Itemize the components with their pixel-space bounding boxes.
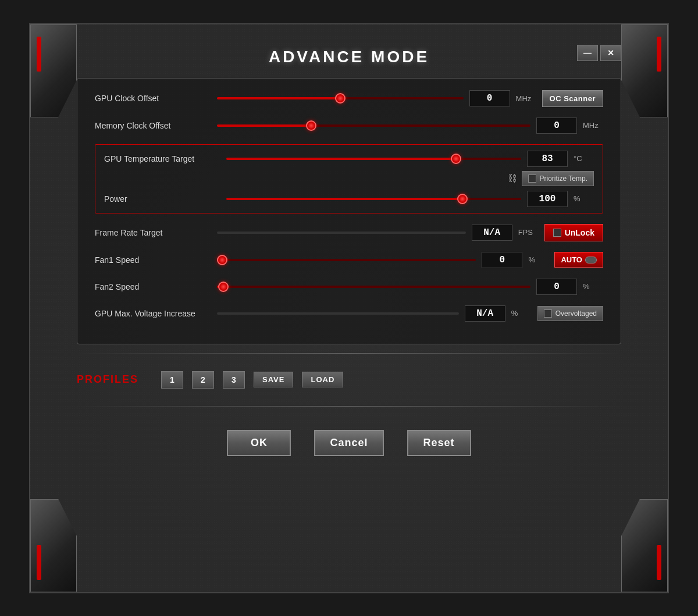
fan1-unit: % bbox=[528, 255, 549, 264]
overvoltaged-label: Overvoltaged bbox=[555, 309, 597, 318]
fan2-unit: % bbox=[583, 282, 603, 291]
profiles-section: PROFILES 1 2 3 SAVE LOAD bbox=[77, 362, 621, 397]
gpu-clock-slider[interactable] bbox=[217, 92, 464, 104]
load-button[interactable]: LOAD bbox=[302, 372, 343, 387]
gpu-voltage-row: GPU Max. Voltage Increase N/A % Overvolt… bbox=[95, 305, 603, 322]
gpu-voltage-unit: % bbox=[511, 309, 532, 318]
memory-clock-unit: MHz bbox=[583, 121, 603, 130]
gpu-voltage-value: N/A bbox=[465, 305, 505, 322]
frame-rate-unit: FPS bbox=[518, 228, 539, 237]
memory-clock-slider[interactable] bbox=[217, 120, 530, 131]
save-button[interactable]: SAVE bbox=[254, 372, 293, 387]
corner-decoration-bl bbox=[30, 499, 77, 592]
overvoltaged-checkbox bbox=[544, 309, 552, 318]
gpu-clock-unit: MHz bbox=[516, 94, 536, 103]
fan1-label: Fan1 Speed bbox=[95, 255, 211, 265]
gpu-clock-value[interactable]: 0 bbox=[469, 90, 510, 106]
bottom-divider bbox=[77, 406, 621, 407]
unlock-checkbox bbox=[553, 229, 561, 237]
prioritize-temp-label: Prioritize Temp. bbox=[540, 175, 587, 183]
gpu-clock-label: GPU Clock Offset bbox=[95, 94, 211, 103]
ok-button[interactable]: OK bbox=[227, 430, 291, 456]
profile-2-label: 2 bbox=[201, 375, 205, 384]
grouped-temp-power: GPU Temperature Target 83 °C ⛓ bbox=[95, 144, 603, 213]
profile-2-button[interactable]: 2 bbox=[192, 371, 214, 389]
fan2-row: Fan2 Speed 0 % bbox=[95, 279, 603, 295]
app-window: ADVANCE MODE — ✕ GPU Clock Offset 0 MHz bbox=[29, 23, 669, 593]
gpu-temp-label: GPU Temperature Target bbox=[104, 154, 220, 163]
corner-decoration-br bbox=[621, 499, 668, 592]
frame-rate-row: Frame Rate Target N/A FPS UnLock bbox=[95, 224, 603, 241]
power-value[interactable]: 100 bbox=[527, 191, 568, 207]
prioritize-temp-row: ⛓ Prioritize Temp. bbox=[104, 171, 594, 186]
power-row: Power 100 % bbox=[104, 191, 594, 207]
power-slider[interactable] bbox=[226, 193, 521, 205]
window-title: ADVANCE MODE bbox=[269, 48, 429, 66]
prioritize-temp-checkbox bbox=[528, 175, 536, 183]
controls-area: GPU Clock Offset 0 MHz OC Scanner Memory… bbox=[77, 78, 621, 344]
power-label: Power bbox=[104, 194, 220, 204]
unlock-label: UnLock bbox=[565, 228, 594, 237]
minimize-button[interactable]: — bbox=[577, 45, 598, 61]
gpu-voltage-slider[interactable] bbox=[217, 308, 459, 319]
gpu-temp-slider[interactable] bbox=[226, 153, 521, 165]
overvoltaged-button[interactable]: Overvoltaged bbox=[537, 306, 603, 321]
link-icon: ⛓ bbox=[508, 173, 517, 184]
frame-rate-label: Frame Rate Target bbox=[95, 228, 211, 237]
oc-scanner-button[interactable]: OC Scanner bbox=[542, 90, 603, 107]
auto-button[interactable]: AUTO bbox=[554, 252, 603, 268]
fan1-row: Fan1 Speed 0 % AUTO bbox=[95, 252, 603, 268]
profile-1-label: 1 bbox=[170, 375, 174, 384]
bottom-buttons: OK Cancel Reset bbox=[77, 415, 621, 468]
title-bar: ADVANCE MODE — ✕ bbox=[77, 36, 621, 72]
frame-rate-slider[interactable] bbox=[217, 227, 466, 238]
fan1-value[interactable]: 0 bbox=[482, 252, 522, 268]
cancel-button[interactable]: Cancel bbox=[314, 430, 383, 456]
memory-clock-label: Memory Clock Offset bbox=[95, 121, 211, 130]
window-controls: — ✕ bbox=[577, 45, 621, 61]
memory-clock-value[interactable]: 0 bbox=[536, 117, 577, 134]
profiles-label: PROFILES bbox=[77, 373, 152, 386]
close-button[interactable]: ✕ bbox=[600, 45, 621, 61]
reset-button[interactable]: Reset bbox=[407, 430, 471, 456]
unlock-button[interactable]: UnLock bbox=[544, 224, 603, 241]
gpu-temp-unit: °C bbox=[574, 154, 594, 163]
main-divider bbox=[77, 353, 621, 354]
gpu-voltage-label: GPU Max. Voltage Increase bbox=[95, 309, 211, 318]
gpu-temp-value[interactable]: 83 bbox=[527, 151, 568, 167]
frame-rate-value: N/A bbox=[472, 225, 512, 241]
fan1-slider[interactable] bbox=[217, 254, 476, 266]
profile-1-button[interactable]: 1 bbox=[161, 371, 183, 389]
fan2-value[interactable]: 0 bbox=[536, 279, 577, 295]
fan2-label: Fan2 Speed bbox=[95, 282, 211, 291]
memory-clock-row: Memory Clock Offset 0 MHz bbox=[95, 117, 603, 134]
auto-label: AUTO bbox=[561, 255, 582, 264]
power-unit: % bbox=[574, 194, 594, 203]
auto-toggle bbox=[585, 257, 597, 264]
gpu-temp-row: GPU Temperature Target 83 °C bbox=[104, 151, 594, 167]
profile-3-button[interactable]: 3 bbox=[223, 371, 245, 389]
gpu-clock-row: GPU Clock Offset 0 MHz OC Scanner bbox=[95, 90, 603, 107]
profile-3-label: 3 bbox=[232, 375, 236, 384]
prioritize-temp-button[interactable]: Prioritize Temp. bbox=[522, 171, 594, 186]
fan2-slider[interactable] bbox=[217, 281, 530, 293]
